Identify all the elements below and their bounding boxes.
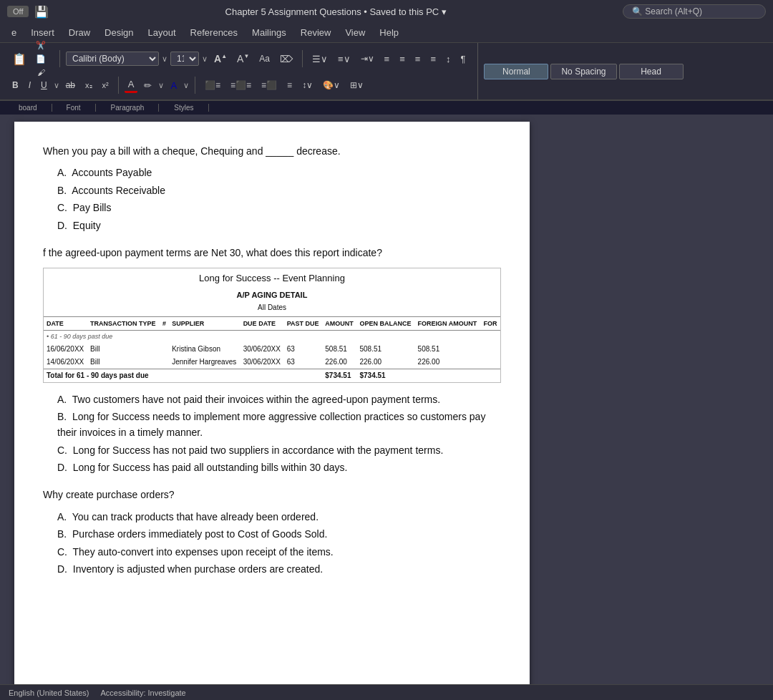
list-item: C. They auto-convert into expenses upon … [57,544,501,560]
paste-button[interactable]: 📋 [9,51,30,67]
ribbon-section-labels: board Font Paragraph Styles [0,100,773,115]
doc-title: Chapter 5 Assignment Questions • Saved t… [54,6,617,17]
save-icon: 💾 [34,5,49,19]
col-amount: AMOUNT [322,316,356,330]
col-date: DATE [44,316,87,330]
question3-answers: A. You can track products that have alre… [57,509,501,578]
shading-button[interactable]: 🎨∨ [319,79,344,92]
list-item: D. Equity [57,218,501,233]
ap-aging-table: Long for Success -- Event Planning A/P A… [43,268,501,382]
list-item: A. Two customers have not paid their inv… [57,392,501,407]
list-item: A. You can track products that have alre… [57,509,501,525]
italic-button[interactable]: I [25,79,34,92]
align-center-row2[interactable]: ≡⬛≡ [227,79,255,92]
cut-button[interactable]: ✂️ [32,39,49,52]
justify-row2[interactable]: ≡ [283,79,296,92]
doc-area: When you pay a bill with a cheque, Chequ… [0,115,773,700]
list-item: B. Purchase orders immediately post to C… [57,526,501,542]
styles-label: Styles [160,104,208,112]
question1-answers: A. Accounts Payable B. Accounts Receivab… [57,165,501,233]
style-no-spacing-button[interactable]: No Spacing [550,64,616,79]
list-item: B. Accounts Receivable [57,183,501,198]
ap-data-table: DATE TRANSACTION TYPE # SUPPLIER DUE DAT… [44,316,500,382]
ribbon: 📋 ✂️ 📄 🖌 Calibri (Body) ∨ 11 ∨ [0,43,773,115]
search-bar[interactable]: 🔍 Search (Alt+Q) [623,4,766,19]
col-foreign: FOREIGN AMOUNT [415,316,481,330]
superscript-button[interactable]: x² [99,79,112,91]
question2-answers: A. Two customers have not paid their inv… [57,392,501,476]
align-left-row2[interactable]: ⬛≡ [201,79,224,92]
align-center-button[interactable]: ≡ [396,52,409,66]
underline-button[interactable]: U [37,79,51,92]
table-row: 16/06/20XX Bill Kristina Gibson 30/06/20… [44,343,500,356]
language-indicator: English (United States) [9,689,89,697]
sort-button[interactable]: ↕ [442,52,454,66]
title-bar: Off 💾 Chapter 5 Assignment Questions • S… [0,0,773,23]
col-for: FOR [481,316,500,330]
menu-item-references[interactable]: References [185,26,243,39]
col-num: # [160,316,169,330]
question2-text: f the agreed-upon payment terms are Net … [43,245,501,261]
font-family-select[interactable]: Calibri (Body) [66,52,159,66]
bold-button[interactable]: B [9,79,22,92]
menu-item-home[interactable]: e [6,26,22,39]
line-spacing-button[interactable]: ↕∨ [298,79,316,92]
increase-font-button[interactable]: A▲ [210,52,230,66]
status-bar: English (United States) Accessibility: I… [0,684,773,700]
accessibility-indicator: Accessibility: Investigate [101,689,186,697]
copy-button[interactable]: 📄 [32,53,49,65]
highlight-button[interactable]: ✏ [140,79,155,92]
list-item: C. Long for Success has not paid two sup… [57,442,501,458]
menu-bar: e Insert Draw Design Layout References M… [0,23,773,43]
list-item: D. Inventory is adjusted when purchase o… [57,561,501,577]
align-left-button[interactable]: ≡ [381,52,394,66]
ap-table-subtitle: A/P AGING DETAIL [44,289,500,302]
align-right-button[interactable]: ≡ [412,52,424,66]
justify-button[interactable]: ≡ [427,52,439,66]
col-openbalance: OPEN BALANCE [356,316,414,330]
numbered-list-button[interactable]: ≡∨ [334,52,354,66]
font-size-select[interactable]: 11 [170,52,199,66]
ap-section-header: • 61 - 90 days past due [44,331,500,343]
col-pastdue: PAST DUE [284,316,323,330]
style-heading-button[interactable]: Head [619,64,684,79]
change-case-button[interactable]: Aa [256,52,273,65]
menu-item-draw[interactable]: Draw [63,26,96,39]
clipboard-label: board [4,104,52,112]
strikethrough-button[interactable]: ab [62,79,79,92]
font-color-btn2[interactable]: A [167,79,180,92]
list-button[interactable]: ☰∨ [308,52,331,66]
clear-formatting-button[interactable]: ⌦ [276,52,296,66]
list-item: D. Long for Success has paid all outstan… [57,460,501,475]
menu-item-layout[interactable]: Layout [142,26,182,39]
indent-button[interactable]: ⇥∨ [357,52,378,65]
table-row: 14/06/20XX Bill Jennifer Hargreaves 30/0… [44,356,500,369]
col-duedate: DUE DATE [240,316,284,330]
show-paragraph-button[interactable]: ¶ [457,52,469,66]
menu-item-view[interactable]: View [339,26,371,39]
style-normal-button[interactable]: Normal [484,64,548,79]
font-label: Font [52,104,96,112]
menu-item-help[interactable]: Help [374,26,404,39]
ap-table-title: Long for Success -- Event Planning [44,268,500,289]
subscript-button[interactable]: x₂ [82,79,96,92]
borders-button[interactable]: ⊞∨ [346,79,367,92]
list-item: A. Accounts Payable [57,165,501,180]
menu-item-mailings[interactable]: Mailings [246,26,292,39]
menu-item-insert[interactable]: Insert [25,26,60,39]
decrease-font-button[interactable]: A▼ [233,52,253,66]
styles-area: Normal No Spacing Head [477,43,689,99]
list-item: C. Pay Bills [57,200,501,215]
ap-table-dates: All Dates [44,302,500,313]
col-type: TRANSACTION TYPE [87,316,160,330]
menu-item-review[interactable]: Review [295,26,337,39]
paragraph-label: Paragraph [97,104,160,112]
menu-item-design[interactable]: Design [99,26,139,39]
ap-total-row: Total for 61 - 90 days past due $734.51 … [44,369,500,382]
question3-text: Why create purchase orders? [43,487,501,502]
question1-text: When you pay a bill with a cheque, Chequ… [43,143,501,159]
off-button[interactable]: Off [7,6,29,17]
font-color-button[interactable]: A [125,77,138,93]
align-right-row2[interactable]: ≡⬛ [258,79,281,92]
doc-page: When you pay a bill with a cheque, Chequ… [14,122,530,697]
